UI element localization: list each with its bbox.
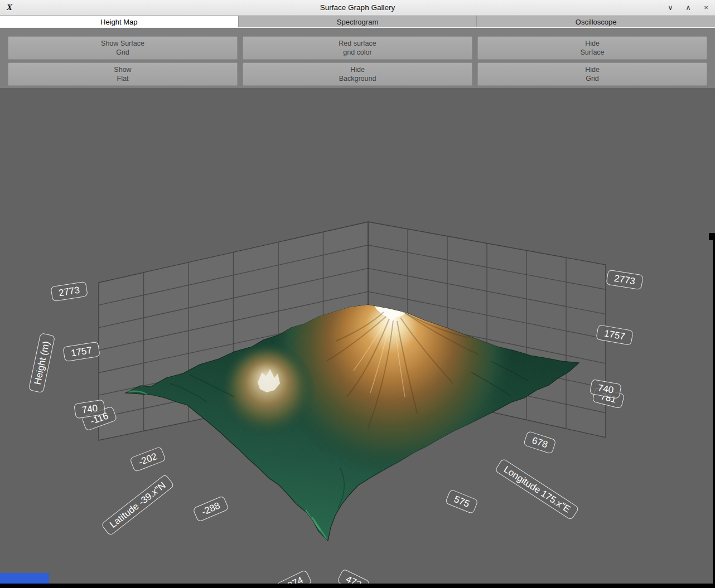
app-window: X Surface Graph Gallery ∨ ∧ × Height Map… [0, 0, 715, 588]
taskbar-remnant [0, 573, 49, 584]
tab-spectrogram[interactable]: Spectrogram [239, 16, 477, 27]
button-label-line: Grid [586, 74, 599, 83]
right-screen-strip [713, 233, 715, 588]
surface-grid-color-button[interactable]: Red surface grid color [243, 36, 472, 60]
hide-surface-button[interactable]: Hide Surface [477, 36, 707, 60]
window-title: Surface Graph Gallery [0, 3, 715, 12]
tab-oscilloscope[interactable]: Oscilloscope [477, 16, 715, 27]
button-label-line: Background [339, 74, 376, 83]
hide-grid-button[interactable]: Hide Grid [477, 62, 707, 86]
hide-background-button[interactable]: Hide Background [243, 62, 472, 86]
button-label-line: Show [114, 65, 131, 74]
tab-height-map[interactable]: Height Map [0, 16, 239, 27]
window-controls: ∨ ∧ × [666, 0, 711, 16]
maximize-window-icon[interactable]: ∧ [684, 0, 693, 16]
button-label-line: grid color [343, 48, 371, 57]
show-flat-button[interactable]: Show Flat [8, 62, 238, 86]
button-label-line: Show Surface [101, 39, 144, 48]
button-label-line: Grid [116, 48, 129, 57]
toolbar-panel: Show Surface Grid Red surface grid color… [0, 28, 715, 88]
show-surface-grid-button[interactable]: Show Surface Grid [8, 36, 238, 60]
bottom-screen-strip [0, 584, 715, 588]
titlebar: X Surface Graph Gallery ∨ ∧ × [0, 0, 715, 16]
button-label-line: Flat [117, 74, 129, 83]
button-label-line: Hide [585, 65, 600, 74]
button-label-line: Surface [580, 48, 604, 57]
close-window-icon[interactable]: × [702, 0, 711, 16]
button-label-line: Hide [585, 39, 600, 48]
app-icon: X [4, 3, 15, 13]
button-label-line: Red surface [339, 39, 376, 48]
tab-bar: Height Map Spectrogram Oscilloscope [0, 16, 715, 28]
surface-3d-view[interactable]: Height (m) 2773 1757 -116 740 -202 -288 … [0, 88, 715, 588]
right-screen-notch [709, 233, 715, 240]
button-label-line: Hide [350, 65, 365, 74]
shade-window-icon[interactable]: ∨ [666, 0, 675, 16]
